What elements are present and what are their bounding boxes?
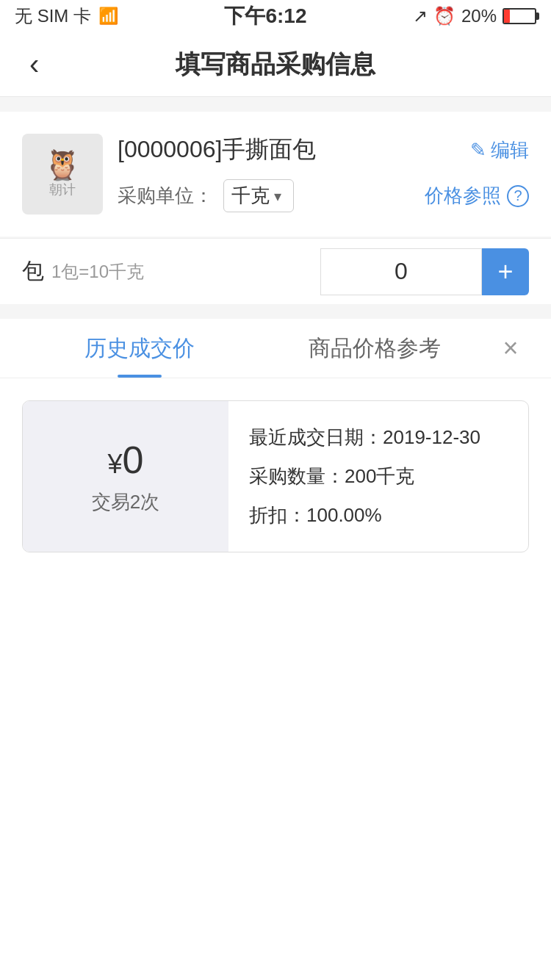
tab-close-button[interactable]: × [492, 330, 529, 367]
qty-unit: 包 [22, 256, 44, 287]
status-left: 无 SIM 卡 📶 [15, 4, 118, 28]
quantity-plus-button[interactable]: + [482, 248, 529, 295]
card-right: 最近成交日期：2019-12-30 采购数量：200千克 折扣：100.00% [228, 401, 528, 552]
discount-row: 折扣：100.00% [249, 501, 508, 530]
card-left: ¥0 交易2次 [23, 401, 228, 552]
status-right: ↗ ⏰ 20% [413, 6, 536, 26]
tabs-section: 历史成交价 商品价格参考 × ¥0 交易2次 最近成交日期：2019-12-30… [0, 319, 551, 574]
battery-percent: 20% [461, 6, 497, 26]
unit-left: 采购单位： 千克 [118, 179, 294, 212]
price-symbol: ¥ [108, 449, 123, 479]
quantity-section: 包 1包=10千克 0 + [0, 238, 551, 304]
status-time: 下午6:12 [224, 2, 306, 30]
quantity-input-row: 0 + [320, 248, 529, 295]
battery-icon [503, 8, 536, 24]
product-info: [0000006]手撕面包 ✎ 编辑 采购单位： 千克 价格参照 ? [118, 134, 529, 212]
card-price: ¥0 [108, 438, 144, 482]
price-ref-label: 价格参照 [425, 183, 501, 209]
product-section: 🦉 朝计 [0000006]手撕面包 ✎ 编辑 采购单位： 千克 价格参照 [0, 112, 551, 237]
product-name: [0000006]手撕面包 [118, 134, 316, 166]
purchase-qty-row: 采购数量：200千克 [249, 462, 508, 491]
card-trades: 交易2次 [92, 489, 159, 515]
carrier-label: 无 SIM 卡 [15, 4, 91, 28]
quantity-label: 包 1包=10千克 [22, 256, 144, 287]
recent-date-row: 最近成交日期：2019-12-30 [249, 423, 508, 452]
edit-label: 编辑 [491, 137, 529, 163]
status-bar: 无 SIM 卡 📶 下午6:12 ↗ ⏰ 20% [0, 0, 551, 32]
qty-hint: 1包=10千克 [51, 260, 144, 284]
tabs-content: ¥0 交易2次 最近成交日期：2019-12-30 采购数量：200千克 折扣：… [0, 378, 551, 574]
unit-value: 千克 [231, 183, 270, 209]
back-button[interactable]: ‹ [22, 40, 46, 88]
quantity-input[interactable]: 0 [320, 248, 482, 295]
tabs-header: 历史成交价 商品价格参考 × [0, 319, 551, 378]
nav-bar: ‹ 填写商品采购信息 [0, 32, 551, 97]
unit-dropdown[interactable]: 千克 [223, 179, 294, 212]
product-thumbnail-icon: 🦉 [44, 150, 81, 179]
history-card: ¥0 交易2次 最近成交日期：2019-12-30 采购数量：200千克 折扣：… [22, 400, 529, 552]
edit-icon: ✎ [470, 139, 486, 162]
edit-button[interactable]: ✎ 编辑 [470, 137, 529, 163]
price-value: 0 [123, 439, 144, 481]
unit-text: 采购单位： [118, 183, 213, 209]
location-icon: ↗ [413, 6, 428, 26]
background-area [0, 574, 551, 980]
wifi-icon: 📶 [98, 7, 118, 26]
tab-history-price[interactable]: 历史成交价 [22, 319, 257, 378]
product-unit-row: 采购单位： 千克 价格参照 ? [118, 179, 529, 212]
product-thumbnail-sub: 朝计 [49, 181, 76, 198]
page-title: 填写商品采购信息 [176, 48, 375, 82]
price-ref-button[interactable]: 价格参照 ? [425, 183, 529, 209]
product-image: 🦉 朝计 [22, 134, 103, 215]
tab-price-reference[interactable]: 商品价格参考 [257, 319, 492, 378]
help-icon[interactable]: ? [507, 185, 529, 207]
alarm-icon: ⏰ [433, 6, 455, 26]
product-top-row: [0000006]手撕面包 ✎ 编辑 [118, 134, 529, 166]
